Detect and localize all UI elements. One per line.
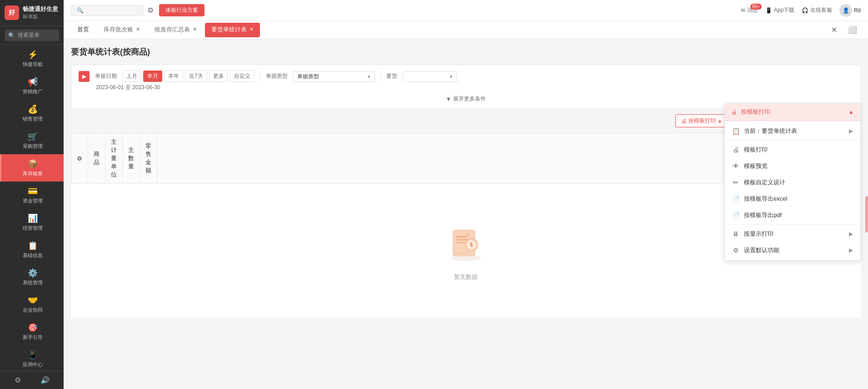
logo-text: 畅捷通好生意 标准版 (23, 5, 58, 20)
date-btn-more[interactable]: 更多 (209, 71, 228, 82)
sidebar-item-apps[interactable]: 📱 应用中心 (0, 345, 64, 371)
date-btn-custom[interactable]: 自定义 (230, 71, 254, 82)
sidebar: 好 畅捷通好生意 标准版 🔍 搜索菜单 ⚡ 快捷导航 📢 营销推广 💰 销售管理… (0, 0, 64, 389)
sidebar-item-label-sales: 销售管理 (23, 116, 43, 122)
sidebar-item-system[interactable]: ⚙️ 系统管理 (0, 263, 64, 291)
sidebar-item-label-purchase: 采购管理 (23, 143, 43, 150)
top-search-box[interactable]: 🔍 (71, 5, 144, 16)
date-buttons: 上月 本月 本年 近7天 更多 自定义 (122, 71, 254, 82)
expand-icon: ▼ (446, 96, 451, 102)
display-print-item[interactable]: 🖥 按显示打印 ▶ (725, 226, 860, 242)
yh-select-wrapper[interactable] (403, 71, 457, 82)
export-excel-label: 按模板导出excel (744, 195, 787, 203)
message-area[interactable]: ✉ 消息 99+ (741, 6, 758, 14)
tab-close-window-btn[interactable]: ✕ (828, 24, 841, 35)
template-design-item[interactable]: ✏ 模板自定义设计 (725, 174, 860, 191)
print-dropdown-body: 📋 当前：要货单统计表 ▶ 🖨 模板打印 👁 模板预览 ✏ 模板自定义设计 (725, 121, 860, 260)
sidebar-item-sales[interactable]: 💰 销售管理 (0, 100, 64, 127)
tab-bar: 首页 库存批次账 ✕ 收发存汇总表 ✕ 要货单统计表 ✕ ✕ ⬜ (64, 21, 868, 39)
template-print-item[interactable]: 🖨 模板打印 (725, 141, 860, 158)
filter-collapse-icon: ▶ (82, 73, 86, 80)
date-btn-this-year[interactable]: 本年 (164, 71, 183, 82)
trial-button[interactable]: 体验行业方案 (159, 4, 205, 16)
sidebar-item-inventory[interactable]: 📦 库存核算 (0, 154, 64, 182)
sidebar-logo: 好 畅捷通好生意 标准版 (0, 0, 64, 26)
tab-maximize-btn[interactable]: ⬜ (844, 24, 861, 35)
top-gear-icon[interactable]: ⚙ (147, 6, 154, 15)
collapse-up-icon[interactable]: ▲ (848, 109, 854, 115)
inventory-icon: 📦 (28, 159, 38, 169)
display-print-icon: 🖥 (732, 230, 739, 237)
top-bar-right: ✉ 消息 99+ 📱 App下载 🎧 在线客服 👤 Rit (741, 4, 861, 17)
search-box[interactable]: 🔍 搜索菜单 (5, 30, 59, 41)
current-template-label: 当前：要货单统计表 (744, 127, 797, 135)
export-excel-item[interactable]: 📄 按模板导出excel (725, 191, 860, 207)
sidebar-item-label-basic: 基础信息 (23, 252, 43, 259)
date-btn-current-month[interactable]: 本月 (143, 71, 162, 82)
brand-name: 畅捷通好生意 (23, 5, 58, 13)
col-settings[interactable]: ⚙ (71, 133, 88, 184)
sidebar-item-basic[interactable]: 📋 基础信息 (0, 236, 64, 263)
system-icon: ⚙️ (28, 268, 38, 278)
expand-more-button[interactable]: ▼ 展开更多条件 (446, 95, 486, 103)
settings-bottom-icon[interactable]: ⚙ (15, 376, 21, 384)
scroll-indicator[interactable] (865, 196, 868, 232)
filter-collapse-btn[interactable]: ▶ (79, 71, 90, 82)
sidebar-item-enterprise[interactable]: 🤝 企业协同 (0, 291, 64, 318)
online-service-label: 在线客服 (810, 6, 832, 14)
empty-illustration (443, 220, 489, 266)
template-design-label: 模板自定义设计 (744, 178, 785, 187)
sidebar-item-operations[interactable]: 📊 经营管理 (0, 209, 64, 236)
print-template-button[interactable]: 🖨 按模板打印 ▲ (675, 114, 728, 127)
date-btn-last7[interactable]: 近7天 (185, 71, 207, 82)
default-function-icon: ⚙ (732, 247, 739, 254)
search-placeholder: 搜索菜单 (18, 31, 40, 39)
filter-divider-1 (260, 71, 260, 82)
sidebar-item-label-apps: 应用中心 (23, 361, 43, 368)
sidebar-item-finance[interactable]: 💳 资金管理 (0, 182, 64, 209)
tab-batch-close[interactable]: ✕ (136, 26, 140, 32)
order-type-select[interactable]: 单据类型 (293, 71, 375, 82)
yh-filter-label: 要货 (386, 72, 397, 80)
date-btn-prev-month[interactable]: 上月 (122, 71, 141, 82)
sidebar-item-purchase[interactable]: 🛒 采购管理 (0, 127, 64, 154)
shortcut-icon: ⚡ (28, 50, 38, 60)
yh-select[interactable] (403, 71, 457, 82)
template-design-icon: ✏ (732, 179, 739, 186)
col-unit: 主计量单位 (105, 133, 123, 184)
sidebar-item-marketing[interactable]: 📢 营销推广 (0, 72, 64, 100)
template-preview-item[interactable]: 👁 模板预览 (725, 158, 860, 174)
search-icon: 🔍 (8, 32, 15, 39)
date-filter-label: 单据日期 (95, 72, 117, 80)
app-download-area[interactable]: 📱 App下载 (765, 6, 794, 14)
message-icon: ✉ (741, 7, 745, 14)
tab-home[interactable]: 首页 (71, 23, 95, 37)
version-label: 标准版 (23, 13, 58, 20)
current-template-item[interactable]: 📋 当前：要货单统计表 ▶ (725, 123, 860, 139)
sidebar-search-area[interactable]: 🔍 搜索菜单 (0, 26, 64, 45)
tab-batch[interactable]: 库存批次账 ✕ (97, 23, 146, 37)
print-dropdown-title-area: 🖨 按模板打印 (731, 108, 770, 116)
default-function-item[interactable]: ⚙ 设置默认功能 ▶ (725, 242, 860, 258)
print-dropdown-header-right: ▲ (848, 109, 854, 115)
print-header-title: 按模板打印 (741, 108, 770, 116)
sidebar-item-shortcut[interactable]: ⚡ 快捷导航 (0, 45, 64, 72)
order-type-select-wrapper[interactable]: 单据类型 (293, 71, 375, 82)
default-function-label: 设置默认功能 (744, 246, 779, 254)
online-service-area[interactable]: 🎧 在线客服 (802, 6, 832, 14)
column-settings-icon[interactable]: ⚙ (77, 155, 82, 162)
dropdown-divider-2 (725, 224, 860, 225)
tab-orders-close[interactable]: ✕ (249, 26, 254, 32)
user-area[interactable]: 👤 Rit (839, 4, 861, 17)
export-pdf-item[interactable]: 📄 按模板导出pdf (725, 207, 860, 223)
tab-orders[interactable]: 要货单统计表 ✕ (205, 23, 260, 37)
sidebar-item-newbie[interactable]: 🎯 新手引导 (0, 318, 64, 345)
audio-icon[interactable]: 🔊 (40, 376, 50, 384)
tab-receipts-close[interactable]: ✕ (193, 26, 197, 32)
sidebar-item-label-marketing: 营销推广 (23, 88, 43, 95)
sidebar-nav: ⚡ 快捷导航 📢 营销推广 💰 销售管理 🛒 采购管理 📦 库存核算 💳 资金管… (0, 45, 64, 371)
tab-receipts[interactable]: 收发存汇总表 ✕ (148, 23, 203, 37)
sidebar-item-label-operations: 经营管理 (23, 225, 43, 232)
sidebar-item-label-system: 系统管理 (23, 279, 43, 286)
display-print-label: 按显示打印 (744, 230, 773, 238)
